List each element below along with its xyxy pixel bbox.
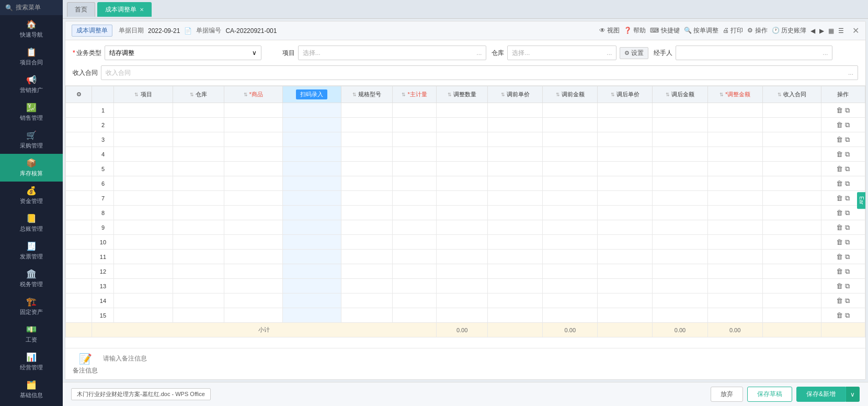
window-close-button[interactable]: ✕ (852, 26, 859, 36)
row-after-amount-12[interactable] (653, 264, 707, 279)
row-warehouse-10[interactable] (173, 235, 224, 250)
row-copy-6[interactable]: ⧉ (845, 179, 850, 188)
sidebar-item-tax[interactable]: 🏛️ 税务管理 (0, 265, 63, 292)
row-unit-8[interactable] (392, 206, 436, 220)
row-product-12[interactable] (224, 264, 282, 279)
col-header-project[interactable]: ⇅ 项目 (114, 86, 173, 103)
row-after-amount-8[interactable] (653, 206, 707, 220)
row-delete-12[interactable]: 🗑 (836, 267, 843, 275)
row-copy-4[interactable]: ⧉ (845, 150, 850, 159)
sidebar-item-sales-promotion[interactable]: 📢 营销推广 (0, 71, 63, 98)
sidebar-item-operations[interactable]: 📊 经营管理 (0, 348, 63, 376)
row-after-price-13[interactable] (598, 279, 653, 294)
col-header-scan[interactable]: 扫码录入 (282, 86, 341, 103)
row-after-price-15[interactable] (598, 308, 653, 323)
save-draft-button[interactable]: 保存草稿 (747, 387, 792, 402)
row-project-4[interactable] (114, 147, 173, 162)
row-before-price-1[interactable] (488, 103, 543, 118)
row-spec-5[interactable] (341, 162, 392, 176)
row-warehouse-7[interactable] (173, 191, 224, 206)
sidebar-item-salary[interactable]: 💵 工资 (0, 320, 63, 348)
row-unit-14[interactable] (392, 294, 436, 308)
row-before-amount-14[interactable] (543, 294, 598, 308)
row-project-7[interactable] (114, 191, 173, 206)
row-spec-12[interactable] (341, 264, 392, 279)
row-check-6[interactable] (66, 176, 92, 191)
row-scan-2[interactable] (282, 118, 341, 132)
row-warehouse-11[interactable] (173, 250, 224, 264)
row-income-contract-9[interactable] (762, 220, 821, 235)
row-qty-6[interactable] (437, 176, 488, 191)
row-product-2[interactable] (224, 118, 282, 132)
row-unit-10[interactable] (392, 235, 436, 250)
row-after-amount-11[interactable] (653, 250, 707, 264)
row-adjust-amount-5[interactable] (707, 162, 762, 176)
row-before-price-7[interactable] (488, 191, 543, 206)
row-scan-5[interactable] (282, 162, 341, 176)
row-project-1[interactable] (114, 103, 173, 118)
row-delete-13[interactable]: 🗑 (836, 282, 843, 290)
row-copy-8[interactable]: ⧉ (845, 209, 850, 217)
col-header-before-amount[interactable]: ⇅ 调前金额 (543, 86, 598, 103)
row-before-price-4[interactable] (488, 147, 543, 162)
row-delete-9[interactable]: 🗑 (836, 223, 843, 231)
row-after-amount-2[interactable] (653, 118, 707, 132)
row-before-amount-8[interactable] (543, 206, 598, 220)
row-after-price-14[interactable] (598, 294, 653, 308)
row-spec-13[interactable] (341, 279, 392, 294)
row-scan-8[interactable] (282, 206, 341, 220)
save-dropdown-button[interactable]: ∨ (846, 387, 860, 402)
row-after-price-1[interactable] (598, 103, 653, 118)
row-before-amount-9[interactable] (543, 220, 598, 235)
row-income-contract-2[interactable] (762, 118, 821, 132)
action-print[interactable]: 🖨 打印 (723, 26, 743, 35)
row-income-contract-7[interactable] (762, 191, 821, 206)
row-check-3[interactable] (66, 132, 92, 147)
row-spec-11[interactable] (341, 250, 392, 264)
row-scan-13[interactable] (282, 279, 341, 294)
row-before-price-2[interactable] (488, 118, 543, 132)
row-delete-6[interactable]: 🗑 (836, 179, 843, 187)
nav-prev[interactable]: ◀ (810, 27, 815, 35)
row-scan-6[interactable] (282, 176, 341, 191)
row-product-1[interactable] (224, 103, 282, 118)
col-header-warehouse[interactable]: ⇅ 仓库 (173, 86, 224, 103)
row-copy-11[interactable]: ⧉ (845, 253, 850, 261)
col-header-after-price[interactable]: ⇅ 调后单价 (598, 86, 653, 103)
row-project-14[interactable] (114, 294, 173, 308)
row-income-contract-10[interactable] (762, 235, 821, 250)
row-adjust-amount-2[interactable] (707, 118, 762, 132)
row-product-4[interactable] (224, 147, 282, 162)
row-copy-2[interactable]: ⧉ (845, 121, 850, 129)
sidebar-item-finance[interactable]: 💰 资金管理 (0, 182, 63, 209)
row-after-amount-9[interactable] (653, 220, 707, 235)
row-warehouse-5[interactable] (173, 162, 224, 176)
row-warehouse-13[interactable] (173, 279, 224, 294)
row-qty-14[interactable] (437, 294, 488, 308)
row-after-price-5[interactable] (598, 162, 653, 176)
row-warehouse-2[interactable] (173, 118, 224, 132)
row-copy-5[interactable]: ⧉ (845, 165, 850, 173)
sidebar-item-inventory[interactable]: 📦 库存核算 (0, 154, 63, 182)
row-after-amount-15[interactable] (653, 308, 707, 323)
row-project-10[interactable] (114, 235, 173, 250)
row-warehouse-3[interactable] (173, 132, 224, 147)
row-adjust-amount-13[interactable] (707, 279, 762, 294)
row-income-contract-15[interactable] (762, 308, 821, 323)
row-spec-7[interactable] (341, 191, 392, 206)
row-income-contract-1[interactable] (762, 103, 821, 118)
row-warehouse-15[interactable] (173, 308, 224, 323)
row-before-amount-3[interactable] (543, 132, 598, 147)
row-before-amount-1[interactable] (543, 103, 598, 118)
row-project-8[interactable] (114, 206, 173, 220)
row-scan-14[interactable] (282, 294, 341, 308)
col-header-product[interactable]: ⇅ *商品 (224, 86, 282, 103)
action-shortcut[interactable]: ⌨ 快捷键 (650, 26, 679, 35)
row-unit-1[interactable] (392, 103, 436, 118)
settings-button[interactable]: ⚙ 设置 (620, 47, 648, 59)
row-warehouse-9[interactable] (173, 220, 224, 235)
row-income-contract-5[interactable] (762, 162, 821, 176)
row-unit-13[interactable] (392, 279, 436, 294)
action-audit[interactable]: 🔍 按单调整 (684, 26, 718, 35)
row-unit-3[interactable] (392, 132, 436, 147)
